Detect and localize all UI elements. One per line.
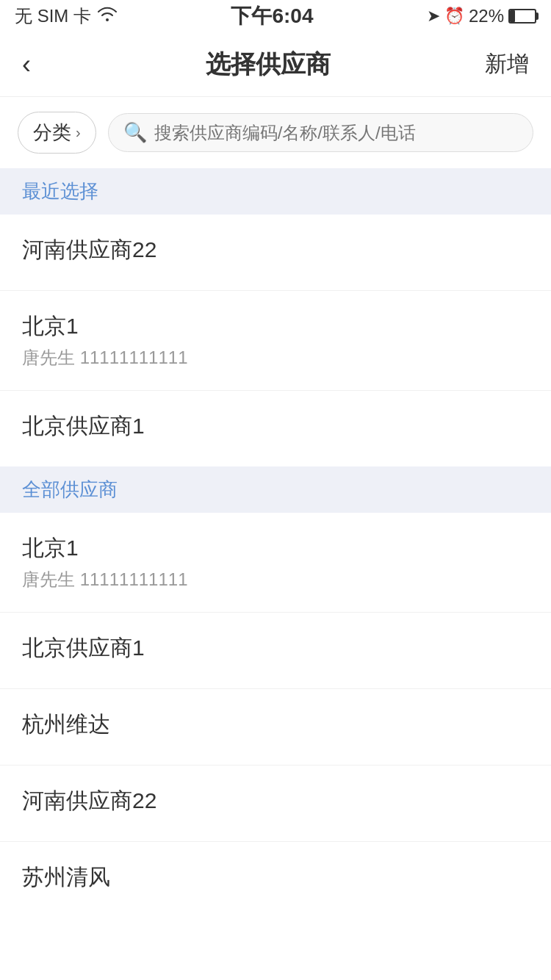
category-button[interactable]: 分类 › (18, 112, 96, 154)
alarm-icon: ⏰ (444, 7, 464, 26)
status-left: 无 SIM 卡 (15, 4, 118, 28)
list-item[interactable]: 北京1唐先生 11111111111 (0, 513, 551, 613)
list-item[interactable]: 北京供应商1 (0, 613, 551, 689)
page-title: 选择供应商 (66, 48, 470, 82)
list-item[interactable]: 河南供应商22 (0, 765, 551, 842)
wifi-icon (97, 6, 118, 26)
list-item[interactable]: 苏州清风 (0, 842, 551, 918)
all-section-header: 全部供应商 (0, 466, 551, 513)
list-item[interactable]: 河南供应商22 (0, 215, 551, 291)
status-right: ➤ ⏰ 22% (427, 6, 536, 26)
back-button[interactable]: ‹ (22, 49, 66, 80)
chevron-right-icon: › (76, 124, 81, 141)
supplier-name: 北京1 (22, 311, 529, 342)
search-input[interactable] (154, 123, 518, 143)
search-icon: 🔍 (123, 121, 147, 144)
list-item[interactable]: 北京供应商1 (0, 391, 551, 466)
all-section-label: 全部供应商 (22, 478, 118, 500)
battery-icon (508, 9, 536, 24)
battery-text: 22% (469, 6, 504, 26)
recent-section-label: 最近选择 (22, 180, 98, 202)
all-items-list: 北京1唐先生 11111111111北京供应商1杭州维达河南供应商22苏州清风 (0, 513, 551, 918)
supplier-name: 河南供应商22 (22, 786, 529, 816)
nav-bar: ‹ 选择供应商 新增 (0, 32, 551, 97)
supplier-name: 北京1 (22, 533, 529, 563)
carrier-text: 无 SIM 卡 (15, 4, 91, 28)
list-item[interactable]: 杭州维达 (0, 689, 551, 765)
supplier-contact: 唐先生 11111111111 (22, 568, 529, 591)
search-box: 🔍 (108, 113, 533, 152)
supplier-contact: 唐先生 11111111111 (22, 346, 529, 370)
recent-items-list: 河南供应商22北京1唐先生 11111111111北京供应商1 (0, 215, 551, 466)
category-label: 分类 (33, 120, 71, 145)
supplier-name: 杭州维达 (22, 710, 529, 740)
status-bar: 无 SIM 卡 下午6:04 ➤ ⏰ 22% (0, 0, 551, 32)
add-button[interactable]: 新增 (470, 49, 529, 79)
location-icon: ➤ (427, 7, 440, 26)
list-item[interactable]: 北京1唐先生 11111111111 (0, 291, 551, 391)
recent-section-header: 最近选择 (0, 168, 551, 215)
supplier-name: 河南供应商22 (22, 235, 529, 265)
supplier-name: 北京供应商1 (22, 633, 529, 663)
supplier-name: 苏州清风 (22, 862, 529, 893)
supplier-name: 北京供应商1 (22, 411, 529, 442)
filter-row: 分类 › 🔍 (0, 97, 551, 168)
status-time: 下午6:04 (231, 2, 313, 30)
